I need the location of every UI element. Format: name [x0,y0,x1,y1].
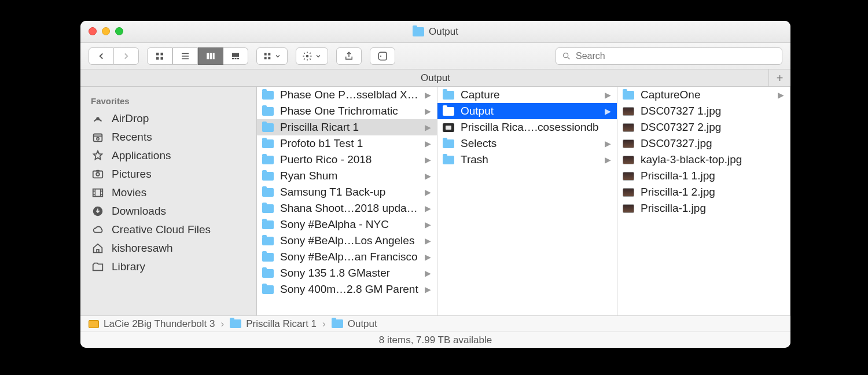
tab-label[interactable]: Output [421,72,450,84]
action-button[interactable] [296,47,328,65]
svg-rect-21 [93,171,103,178]
path-bar: LaCie 2Big Thunderbolt 3›Priscilla Ricar… [80,315,790,332]
svg-rect-1 [161,53,164,56]
list-view-button[interactable] [172,47,198,65]
folder-icon [262,91,274,100]
status-text: 8 items, 7.99 TB available [379,334,492,346]
file-row[interactable]: Shana Shoot…2018 update)▶ [257,200,437,216]
file-row[interactable]: Priscilla Rica….cosessiondb [437,119,617,135]
file-name: Sony 135 1.8 GMaster [280,267,419,280]
share-button[interactable] [336,47,362,65]
file-name: Trash [461,153,599,166]
file-row[interactable]: Priscilla-1 1.jpg [617,168,790,184]
file-name: Sony #BeAlp…an Francisco [280,251,419,263]
column-3[interactable]: CaptureOne▶DSC07327 1.jpgDSC07327 2.jpgD… [617,87,790,315]
sidebar-item[interactable]: Movies [80,183,256,202]
file-row[interactable]: DSC07327 2.jpg [617,119,790,135]
file-row[interactable]: Priscilla Ricart 1▶ [257,119,437,135]
file-row[interactable]: Puerto Rico - 2018▶ [257,152,437,168]
file-row[interactable]: Samsung T1 Back-up▶ [257,184,437,200]
chevron-right-icon [121,51,131,61]
file-row[interactable]: Sony #BeAlp…an Francisco▶ [257,249,437,265]
file-row[interactable]: kayla-3-black-top.jpg [617,152,790,168]
sidebar-item-label: Creative Cloud Files [112,223,211,236]
arrange-button[interactable] [256,47,288,65]
sidebar-item[interactable]: Library [80,258,256,276]
sidebar-item[interactable]: Creative Cloud Files [80,220,256,239]
sidebar-item[interactable]: kishoresawh [80,239,256,258]
gallery-icon [230,51,241,61]
path-segment[interactable]: LaCie 2Big Thunderbolt 3 [89,318,215,330]
file-row[interactable]: Phase One P…sselblad X1D▶ [257,87,437,103]
tags-button[interactable] [370,47,395,65]
close-window-button[interactable] [89,27,97,35]
downloads-icon [91,205,105,218]
svg-rect-6 [213,53,215,59]
folder-icon [262,107,274,116]
library-icon [91,260,105,273]
file-row[interactable]: Priscilla-1 2.jpg [617,184,790,200]
forward-button[interactable] [114,47,139,65]
window-controls [89,27,123,35]
path-segment[interactable]: Output [332,318,377,330]
svg-point-22 [96,172,100,176]
search-icon [562,52,571,61]
sidebar-item[interactable]: Recents [80,128,256,146]
file-row[interactable]: Sony 400m…2.8 GM Parent▶ [257,281,437,297]
file-row[interactable]: Priscilla-1.jpg [617,200,790,216]
file-name: Capture [461,89,599,101]
minimize-window-button[interactable] [102,27,110,35]
file-row[interactable]: Selects▶ [437,135,617,152]
folder-icon [230,319,241,328]
svg-rect-11 [264,53,267,55]
file-name: Profoto b1 Test 1 [280,137,419,150]
file-row[interactable]: Ryan Shum▶ [257,168,437,184]
new-tab-button[interactable]: + [768,69,790,87]
file-name: Priscilla-1 2.jpg [641,186,784,198]
file-row[interactable]: DSC07327.jpg [617,135,790,152]
file-name: DSC07327 1.jpg [641,105,784,117]
column-view-button[interactable] [198,47,223,65]
chevron-right-icon: › [221,318,225,330]
sidebar-item[interactable]: Applications [80,146,256,165]
search-input[interactable] [576,51,776,61]
image-thumbnail-icon [623,204,634,213]
chevron-right-icon: ▶ [605,155,611,164]
file-row[interactable]: Trash▶ [437,152,617,168]
icon-view-button[interactable] [147,47,172,65]
sidebar-item[interactable]: Pictures [80,165,256,183]
folder-icon [262,188,274,197]
file-row[interactable]: Sony #BeAlp…Los Angeles▶ [257,233,437,249]
svg-point-17 [564,53,568,57]
gallery-view-button[interactable] [223,47,248,65]
svg-rect-13 [264,57,267,59]
file-row[interactable]: CaptureOne▶ [617,87,790,103]
folder-icon [623,91,634,100]
column-1[interactable]: Phase One P…sselblad X1D▶Phase One Trich… [257,87,437,315]
sidebar-item[interactable]: AirDrop [80,109,256,128]
file-row[interactable]: DSC07327 1.jpg [617,103,790,119]
chevron-right-icon: ▶ [425,155,431,164]
file-row[interactable]: Capture▶ [437,87,617,103]
svg-point-16 [380,55,381,56]
sidebar-item[interactable]: Downloads [80,202,256,220]
sidebar-item-label: Applications [112,149,171,162]
svg-rect-24 [93,189,103,197]
chevron-right-icon: ▶ [425,252,431,262]
zoom-window-button[interactable] [115,27,123,35]
path-segment[interactable]: Priscilla Ricart 1 [230,318,317,330]
column-2[interactable]: Capture▶Output▶Priscilla Rica….cosession… [437,87,617,315]
back-button[interactable] [89,47,114,65]
sidebar-item-label: Downloads [112,205,166,218]
image-thumbnail-icon [623,188,634,197]
window-title: Output [413,26,458,38]
file-row[interactable]: Sony 135 1.8 GMaster▶ [257,265,437,281]
folder-icon [262,204,274,213]
svg-rect-7 [232,53,239,57]
file-row[interactable]: Output▶ [437,103,617,119]
search-field[interactable] [556,47,782,65]
sidebar-item-label: Library [112,260,145,273]
file-row[interactable]: Profoto b1 Test 1▶ [257,135,437,152]
file-row[interactable]: Sony #BeAlpha - NYC▶ [257,216,437,233]
file-row[interactable]: Phase One Trichromatic▶ [257,103,437,119]
